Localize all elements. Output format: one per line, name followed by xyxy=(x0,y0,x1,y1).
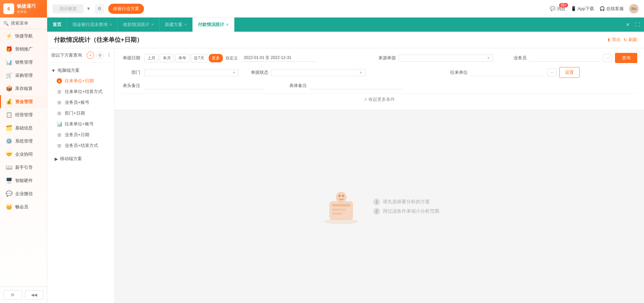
sidebar-item-wechat[interactable]: 💬企业微信 xyxy=(0,187,47,200)
sidebar-item-sales[interactable]: 📊销售管理 xyxy=(0,56,47,69)
svg-point-7 xyxy=(342,195,344,197)
app-icon: 📱 xyxy=(571,6,576,11)
sidebar-search[interactable]: 🔍 搜索菜单 xyxy=(0,18,47,29)
partner-label: 往来单位 xyxy=(449,69,468,75)
sidebar-item-quick-nav[interactable]: ⚡快捷导航 xyxy=(0,29,47,42)
date-btn-last-month[interactable]: 上月 xyxy=(144,54,158,62)
refresh-btn[interactable]: ↻ 刷新 xyxy=(623,37,637,43)
sidebar-item-system[interactable]: ⚙️系统管理 xyxy=(0,134,47,148)
data-area: 1 请先选择要分析的方案 2 用过滤条件来缩小分析范围 xyxy=(115,110,644,303)
header-app-btn[interactable]: 📱 App下载 xyxy=(571,6,594,12)
sidebar-title-main: 畅捷通巧 xyxy=(17,3,36,9)
sidebar-item-purchase[interactable]: 🛒采购管理 xyxy=(0,69,47,82)
empty-text-block: 1 请先选择要分析的方案 2 用过滤条件来缩小分析范围 xyxy=(373,199,439,215)
step-num-1: 1 xyxy=(373,199,380,205)
settings-btn[interactable]: 设置 xyxy=(559,67,580,78)
sidebar-item-icon-sales: 📊 xyxy=(6,59,12,65)
sidebar-item-marketing[interactable]: 🎁营销推广 xyxy=(0,42,47,56)
svg-rect-3 xyxy=(332,209,346,211)
lp-settings-btn[interactable]: ⚙ xyxy=(96,52,104,59)
sidebar-item-label-marketing: 营销推广 xyxy=(15,46,33,52)
salesman-ellipsis-btn[interactable]: ··· xyxy=(603,54,612,62)
date-custom-label: 自定义 xyxy=(226,55,238,61)
header-trial-btn[interactable]: 体验行业方案 xyxy=(108,4,144,14)
export-icon: ⬆ xyxy=(607,37,611,42)
export-btn[interactable]: ⬆ 导出 xyxy=(607,37,621,43)
header-avatar[interactable]: Rit xyxy=(629,4,639,13)
sidebar-item-inventory[interactable]: 📦库存核算 xyxy=(0,82,47,95)
sidebar-title-sub: 标准版 xyxy=(17,9,36,14)
svg-point-5 xyxy=(336,192,347,203)
note-body-input[interactable] xyxy=(310,82,403,89)
service-icon: 🎧 xyxy=(599,6,605,11)
sidebar-search-label: 搜索菜单 xyxy=(11,20,28,26)
sidebar-item-guide[interactable]: 📖新手引导 xyxy=(0,161,47,174)
sidebar-item-enterprise[interactable]: 🤝企业协同 xyxy=(0,148,47,161)
sidebar-collapse-btn[interactable]: ◀◀ xyxy=(25,290,44,300)
sidebar-item-operations[interactable]: 📋经营管理 xyxy=(0,108,47,121)
partner-ellipsis-btn[interactable]: ··· xyxy=(547,68,557,77)
scheme-icon-s7: ⊞ xyxy=(57,143,62,148)
tab-spacer xyxy=(234,18,621,32)
date-btn-7days[interactable]: 近7天 xyxy=(191,54,207,62)
tab-bank-flow-close[interactable]: × xyxy=(110,22,112,27)
sidebar-settings-btn[interactable]: ⚙ xyxy=(3,290,22,300)
scheme-item-s7[interactable]: ⊞ 业务员+结算方式 xyxy=(47,140,114,151)
scheme-item-s2[interactable]: ⊞ 往来单位+结算方式 xyxy=(47,86,114,97)
sidebar-item-label-inventory: 库存核算 xyxy=(15,86,33,92)
left-panel-header: 按以下方案查询 + ⚙ 《 xyxy=(47,48,114,63)
scheme-item-s3[interactable]: ⊞ 业务员+账号 xyxy=(47,97,114,108)
scheme-item-s6[interactable]: ⊞ 业务员+日期 xyxy=(47,129,114,140)
scheme-item-s1[interactable]: ● 往来单位+日期 xyxy=(47,75,114,86)
tab-home[interactable]: 首页 xyxy=(47,18,67,32)
sidebar-item-finance[interactable]: 💰资金管理 xyxy=(0,95,47,108)
sidebar-item-label-purchase: 采购管理 xyxy=(15,72,33,79)
tab-action-btns: ✕ ⛶ xyxy=(621,18,644,32)
avatar-text: Rit xyxy=(632,7,637,11)
collapse-more-btn[interactable]: ∧ 收起更多条件 xyxy=(121,93,637,105)
filter-row-2: 部门 ▼ 单据状态 ▼ 往来单 xyxy=(121,67,637,78)
source-select[interactable]: ▼ xyxy=(399,55,493,62)
scheme-item-s4[interactable]: ⊞ 部门+日期 xyxy=(47,108,114,119)
doc-status-select[interactable]: ▼ xyxy=(271,69,365,76)
tab-receipt-stats-close[interactable]: × xyxy=(151,22,154,27)
date-range-input[interactable] xyxy=(242,55,316,62)
tab-new-scheme[interactable]: 新建方案 × xyxy=(159,18,193,32)
mobile-group-header[interactable]: ▶ 移动端方案 xyxy=(47,154,114,164)
svg-rect-2 xyxy=(332,204,350,207)
sidebar-item-hardware[interactable]: 🖥️智能硬件 xyxy=(0,174,47,187)
mobile-group-arrow: ▶ xyxy=(55,156,58,161)
tab-home-label: 首页 xyxy=(53,22,61,28)
sidebar-item-basics[interactable]: 🗂️基础信息 xyxy=(0,121,47,134)
header-message-btn[interactable]: 💬 消息 99+ xyxy=(550,6,565,12)
header-dropdown-icon[interactable]: ▼ xyxy=(86,6,91,11)
lp-add-btn[interactable]: + xyxy=(87,52,94,59)
sidebar-item-member[interactable]: 👑畅会员 xyxy=(0,200,47,213)
lp-collapse-btn[interactable]: 《 xyxy=(106,52,110,58)
partner-input[interactable] xyxy=(470,69,545,76)
left-panel: 按以下方案查询 + ⚙ 《 ▼ 电脑端方案 ● 往来单位+日期 xyxy=(47,48,115,303)
dept-select[interactable]: ▼ xyxy=(144,69,239,76)
tab-close-all-btn[interactable]: ✕ xyxy=(624,21,632,29)
sidebar-item-icon-finance: 💰 xyxy=(6,98,12,105)
salesman-input[interactable] xyxy=(529,54,600,62)
tab-bank-flow[interactable]: 现金银行流水查询 × xyxy=(67,18,118,32)
tab-expand-btn[interactable]: ⛶ xyxy=(633,21,641,29)
date-btn-more[interactable]: 更多 xyxy=(209,54,223,62)
sidebar-item-icon-enterprise: 🤝 xyxy=(6,151,12,157)
scheme-item-s5[interactable]: 📊 往来单位+账号 xyxy=(47,119,114,129)
header-service-btn[interactable]: 🎧 在线客服 xyxy=(599,6,624,12)
query-btn[interactable]: 查询 xyxy=(615,53,637,63)
tab-payment-stats-close[interactable]: × xyxy=(226,22,229,27)
note-head-input[interactable] xyxy=(144,82,264,89)
tab-receipt-stats[interactable]: 收款情况统计 × xyxy=(118,18,159,32)
header-settings-btn[interactable]: ⚙ xyxy=(95,4,104,13)
tab-bank-flow-label: 现金银行流水查询 xyxy=(72,22,108,28)
date-btn-this-year[interactable]: 本年 xyxy=(175,54,189,62)
tab-payment-stats[interactable]: 付款情况统计 × xyxy=(193,18,234,32)
sidebar-footer: ⚙ ◀◀ xyxy=(0,286,47,303)
date-btn-this-month[interactable]: 本月 xyxy=(160,54,174,62)
filter-area: 单据日期 上月 本月 本年 近7天 更多 自定义 xyxy=(115,48,644,110)
tab-new-scheme-close[interactable]: × xyxy=(184,22,187,27)
desktop-group-header[interactable]: ▼ 电脑端方案 xyxy=(47,65,114,75)
